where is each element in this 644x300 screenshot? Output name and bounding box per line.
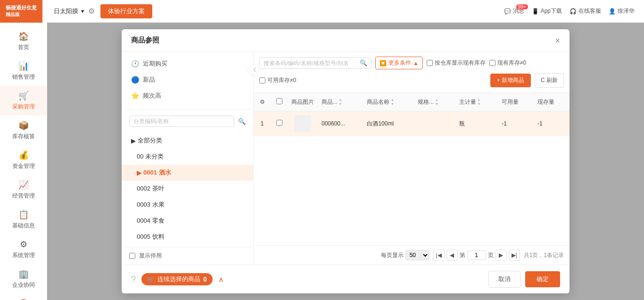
row-checkbox[interactable]: [276, 120, 282, 126]
show-disabled-checkbox[interactable]: [129, 253, 135, 259]
help-icon[interactable]: ?: [131, 275, 136, 284]
user-item[interactable]: 👤 徐泽华: [609, 7, 635, 15]
main-layout: 🏠 首页 📊 销售管理 🛒 采购管理 📦 库存核算 💰 资金管理 📈 经营管理 …: [0, 23, 644, 300]
basic-icon: 📋: [18, 209, 29, 220]
gear-icon[interactable]: ⚙: [88, 7, 95, 16]
product-table: ⚙ 商品图片 商品... ▲▼: [254, 93, 570, 136]
sidebar-item-finance[interactable]: 💰 资金管理: [0, 145, 47, 175]
sidebar-item-finance-label: 资金管理: [12, 162, 35, 170]
category-item-0004[interactable]: 0004 零食: [122, 213, 253, 229]
sidebar-item-operations[interactable]: 📈 经营管理: [0, 175, 47, 205]
th-name[interactable]: 商品名称 ▲▼: [363, 93, 414, 111]
headset-icon: 🎧: [570, 8, 577, 15]
category-0001-label: 0001 酒水: [143, 168, 171, 177]
select-all-checkbox[interactable]: [276, 98, 282, 104]
messages-item[interactable]: 💬 消息 99+: [504, 7, 524, 15]
page-size-select[interactable]: 50 10 20 100: [405, 250, 429, 260]
search-icon[interactable]: 🔍: [238, 118, 246, 125]
th-spec[interactable]: 规格... ▲▼: [414, 93, 455, 111]
last-page-button[interactable]: ▶|: [509, 250, 520, 261]
category-item-all[interactable]: ▶ 全部分类: [122, 133, 253, 149]
table-row[interactable]: 1 000600... 白酒100ml 瓶: [254, 111, 570, 136]
next-page-button[interactable]: ▶: [495, 250, 507, 261]
cart-label: 连续选择的商品: [157, 275, 200, 283]
avatar-icon: 👤: [609, 8, 616, 15]
sidebar: 🏠 首页 📊 销售管理 🛒 采购管理 📦 库存核算 💰 资金管理 📈 经营管理 …: [0, 23, 47, 300]
category-item-0002[interactable]: 0002 茶叶: [122, 181, 253, 197]
product-search-input[interactable]: [264, 60, 358, 67]
inventory-icon: 📦: [18, 120, 29, 131]
available-checkbox-text: 可用库存≠0: [267, 76, 296, 84]
content-area: 商品参照 × 🕐 近期购买 🔵: [47, 23, 644, 300]
th-checkbox[interactable]: [271, 93, 288, 111]
first-page-button[interactable]: |◀: [433, 250, 445, 261]
add-product-button[interactable]: + 新增商品: [490, 74, 531, 87]
left-panel-tabs: 🕐 近期购买 🔵 新品 ⭐ 频次高: [122, 52, 253, 108]
sidebar-item-basic-label: 基础信息: [12, 222, 35, 230]
warehouse-checkbox[interactable]: [427, 60, 433, 66]
show-disabled-label: 显示停用: [139, 252, 162, 260]
right-panel-toolbar: 🔍 🔽 更多条件 ▲ 按仓库显示现有库存: [254, 52, 570, 93]
category-item-00[interactable]: 00 未分类: [122, 149, 253, 165]
sales-icon: 📊: [18, 61, 29, 71]
chevron-up-icon: ▲: [413, 60, 419, 67]
warehouse-checkbox-label[interactable]: 按仓库显示现有库存: [427, 59, 486, 67]
stock-checkbox-label[interactable]: 现有库存≠0: [489, 59, 526, 67]
category-item-0003[interactable]: 0003 水果: [122, 197, 253, 213]
app-download-item[interactable]: 📱 App下载: [532, 7, 562, 15]
cancel-button[interactable]: 取消: [488, 271, 520, 288]
pagination: 每页显示 50 10 20 100 |◀ ◀: [254, 245, 570, 265]
stock-checkbox[interactable]: [489, 60, 495, 66]
category-item-0001[interactable]: ▶ 0001 酒水: [122, 165, 253, 181]
th-settings[interactable]: ⚙: [254, 93, 271, 111]
logo-line2: 精品版: [6, 11, 37, 18]
category-item-0005[interactable]: 0005 饮料: [122, 229, 253, 245]
left-panel: 🕐 近期购买 🔵 新品 ⭐ 频次高: [122, 52, 254, 265]
prev-page-button[interactable]: ◀: [446, 250, 458, 261]
online-service-item[interactable]: 🎧 在线客服: [570, 7, 601, 15]
sidebar-item-system-label: 系统管理: [12, 251, 35, 259]
cell-name: 白酒100ml: [363, 111, 414, 136]
page-number-input[interactable]: [467, 250, 486, 260]
sidebar-item-system[interactable]: ⚙ 系统管理: [0, 234, 47, 264]
th-code[interactable]: 商品... ▲▼: [318, 93, 363, 111]
available-checkbox[interactable]: [259, 77, 265, 83]
more-filters-button[interactable]: 🔽 更多条件 ▲: [375, 57, 423, 69]
page-navigation: |◀ ◀ 第 页 ▶ ▶|: [433, 250, 520, 261]
right-panel: 🔍 🔽 更多条件 ▲ 按仓库显示现有库存: [254, 52, 570, 265]
sidebar-item-enterprise[interactable]: 🏢 企业协同: [0, 264, 47, 294]
sidebar-item-purchase[interactable]: 🛒 采购管理: [0, 86, 47, 116]
modal-footer: ? 🛒 连续选择的商品 0 ∧ 取消 确定: [122, 265, 570, 293]
search-icon[interactable]: 🔍: [360, 59, 367, 67]
new-icon: 🔵: [131, 76, 139, 83]
category-search-input[interactable]: [129, 116, 234, 127]
sidebar-item-basic[interactable]: 📋 基础信息: [0, 205, 47, 234]
tab-frequent[interactable]: ⭐ 频次高: [122, 88, 253, 104]
try-industry-button[interactable]: 体验行业方案: [100, 4, 152, 18]
modal-title: 商品参照: [131, 36, 159, 45]
cell-checkbox[interactable]: [271, 111, 288, 136]
tab-new[interactable]: 🔵 新品: [122, 72, 253, 88]
available-checkbox-label[interactable]: 可用库存≠0: [259, 76, 296, 84]
refresh-button[interactable]: C 刷新: [535, 73, 564, 88]
th-unit[interactable]: 主计量 ▲▼: [455, 93, 498, 111]
sidebar-item-inventory[interactable]: 📦 库存核算: [0, 116, 47, 145]
sidebar-item-home[interactable]: 🏠 首页: [0, 26, 47, 56]
sidebar-item-sales[interactable]: 📊 销售管理: [0, 56, 47, 86]
modal-close-button[interactable]: ×: [555, 36, 560, 45]
footer-collapse-button[interactable]: ∧: [218, 275, 224, 284]
page-size-selector: 每页显示 50 10 20 100: [381, 250, 429, 260]
confirm-button[interactable]: 确定: [525, 271, 560, 287]
navbar-center: 日太阳膜 ▾ ⚙ 体验行业方案: [42, 4, 504, 18]
table-header-row: ⚙ 商品图片 商品... ▲▼: [254, 93, 570, 111]
left-panel-footer: 显示停用: [122, 247, 253, 265]
sidebar-item-guide[interactable]: 🎯 新手引导: [0, 294, 47, 300]
enterprise-icon: 🏢: [18, 269, 29, 279]
panel-collapse-button[interactable]: 《: [248, 64, 259, 75]
brand-selector[interactable]: 日太阳膜 ▾: [50, 5, 88, 17]
tab-recent[interactable]: 🕐 近期购买: [122, 56, 253, 72]
category-all-label: 全部分类: [138, 136, 162, 145]
message-icon: 💬: [504, 8, 511, 15]
cell-spec: [414, 111, 455, 136]
sidebar-item-enterprise-label: 企业协同: [12, 281, 35, 289]
